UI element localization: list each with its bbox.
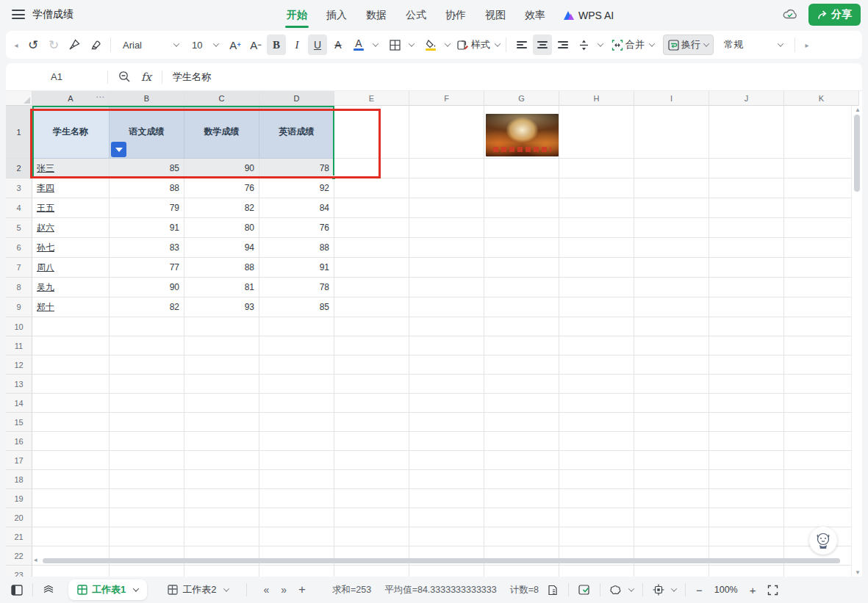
filter-dropdown-button[interactable]: [111, 142, 126, 157]
cell-A3[interactable]: 李四: [32, 178, 110, 198]
cell-F20[interactable]: [409, 508, 484, 527]
borders-dropdown-icon[interactable]: [409, 40, 415, 46]
cell-F1[interactable]: [409, 106, 484, 159]
cell-H4[interactable]: [559, 198, 634, 218]
cell-F4[interactable]: [409, 198, 484, 218]
cell-I8[interactable]: [634, 278, 709, 297]
cell-G15[interactable]: [484, 413, 559, 432]
cell-B9[interactable]: 82: [110, 297, 184, 317]
cell-B7[interactable]: 77: [110, 258, 184, 278]
cell-J4[interactable]: [709, 198, 784, 218]
cell-D13[interactable]: [259, 375, 334, 394]
cell-E16[interactable]: [334, 432, 409, 451]
cell-F7[interactable]: [409, 258, 484, 278]
cell-E7[interactable]: [334, 258, 409, 278]
cell-K3[interactable]: [784, 178, 859, 198]
tab-collaborate[interactable]: 协作: [444, 6, 467, 25]
cell-K5[interactable]: [784, 218, 859, 238]
cell-C8[interactable]: 81: [184, 278, 259, 297]
align-center-button[interactable]: [533, 35, 552, 55]
cell-K10[interactable]: [784, 317, 859, 336]
cell-B23[interactable]: [110, 566, 184, 577]
cell-E21[interactable]: [334, 527, 409, 546]
cell-E6[interactable]: [334, 238, 409, 258]
row-header-11[interactable]: 11: [6, 336, 32, 355]
cell-I4[interactable]: [634, 198, 709, 218]
redo-icon[interactable]: ↻: [44, 35, 63, 55]
cell-C19[interactable]: [184, 489, 259, 508]
row-header-20[interactable]: 20: [6, 508, 32, 527]
ribbon-collapse-icon[interactable]: ◂: [10, 35, 22, 55]
row-header-13[interactable]: 13: [6, 375, 32, 394]
next-sheets-button[interactable]: »: [281, 584, 287, 596]
row-header-17[interactable]: 17: [6, 451, 32, 470]
align-left-button[interactable]: [512, 35, 531, 55]
row-header-18[interactable]: 18: [6, 470, 32, 489]
cell-C9[interactable]: 93: [184, 297, 259, 317]
cell-H14[interactable]: [559, 394, 634, 413]
cell-H2[interactable]: [559, 159, 634, 178]
cell-F23[interactable]: [409, 566, 484, 577]
cell-E18[interactable]: [334, 470, 409, 489]
toolbar-more-icon[interactable]: ▸: [801, 35, 813, 55]
cell-D12[interactable]: [259, 355, 334, 375]
cell-G3[interactable]: [484, 178, 559, 198]
tab-insert[interactable]: 插入: [325, 6, 348, 25]
column-header-F[interactable]: F: [409, 91, 484, 106]
format-painter-icon[interactable]: [65, 35, 84, 55]
row-header-14[interactable]: 14: [6, 394, 32, 413]
cell-H10[interactable]: [559, 317, 634, 336]
cell-A11[interactable]: [32, 336, 110, 355]
cell-F6[interactable]: [409, 238, 484, 258]
cell-B6[interactable]: 83: [110, 238, 184, 258]
cell-styles-button[interactable]: 样式: [457, 35, 490, 55]
cell-D5[interactable]: 76: [259, 218, 334, 238]
cell-F10[interactable]: [409, 317, 484, 336]
main-menu-icon[interactable]: [12, 10, 25, 20]
cell-H3[interactable]: [559, 178, 634, 198]
cell-F19[interactable]: [409, 489, 484, 508]
cell-A18[interactable]: [32, 470, 110, 489]
cell-I20[interactable]: [634, 508, 709, 527]
sheet-tab-2[interactable]: 工作表2: [160, 579, 236, 600]
cell-A10[interactable]: [32, 317, 110, 336]
cell-G17[interactable]: [484, 451, 559, 470]
cell-F9[interactable]: [409, 297, 484, 317]
cell-A5[interactable]: 赵六: [32, 218, 110, 238]
cell-G18[interactable]: [484, 470, 559, 489]
cell-I14[interactable]: [634, 394, 709, 413]
cell-I18[interactable]: [634, 470, 709, 489]
cell-F5[interactable]: [409, 218, 484, 238]
cell-I7[interactable]: [634, 258, 709, 278]
cell-H5[interactable]: [559, 218, 634, 238]
column-header-I[interactable]: I: [634, 91, 709, 106]
cell-E13[interactable]: [334, 375, 409, 394]
cell-H23[interactable]: [559, 566, 634, 577]
cell-C10[interactable]: [184, 317, 259, 336]
vertical-align-dropdown-icon[interactable]: [598, 40, 603, 46]
row-header-16[interactable]: 16: [6, 432, 32, 451]
cell-J16[interactable]: [709, 432, 784, 451]
cell-E19[interactable]: [334, 489, 409, 508]
cell-G5[interactable]: [484, 218, 559, 238]
cell-H7[interactable]: [559, 258, 634, 278]
cell-H17[interactable]: [559, 451, 634, 470]
cell-H13[interactable]: [559, 375, 634, 394]
column-header-C[interactable]: C: [184, 91, 259, 106]
cell-B18[interactable]: [110, 470, 184, 489]
cloud-sync-icon[interactable]: [782, 7, 798, 23]
cell-E11[interactable]: [334, 336, 409, 355]
cell-F17[interactable]: [409, 451, 484, 470]
cell-B21[interactable]: [110, 527, 184, 546]
cell-D14[interactable]: [259, 394, 334, 413]
cell-C1[interactable]: 数学成绩: [184, 106, 259, 159]
row-header-6[interactable]: 6: [6, 238, 32, 258]
cell-C7[interactable]: 88: [184, 258, 259, 278]
cell-J13[interactable]: [709, 375, 784, 394]
cell-B11[interactable]: [110, 336, 184, 355]
cell-K8[interactable]: [784, 278, 859, 297]
cell-H1[interactable]: [559, 106, 634, 159]
cell-A21[interactable]: [32, 527, 110, 546]
cell-A2[interactable]: 张三: [32, 159, 110, 178]
cell-J20[interactable]: [709, 508, 784, 527]
